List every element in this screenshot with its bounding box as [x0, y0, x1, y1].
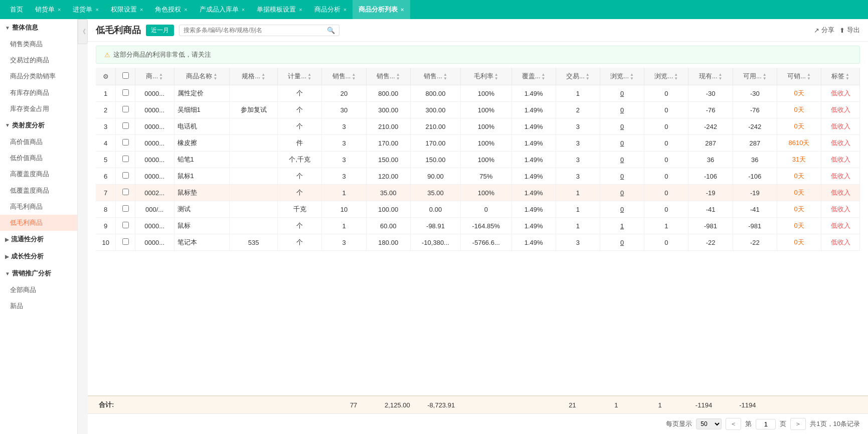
sort-icon[interactable]: ▲▼: [674, 73, 678, 81]
nav-item-单据模板设置[interactable]: 单据模板设置×: [251, 0, 308, 19]
row-transactions: 3: [556, 118, 600, 135]
sort-icon[interactable]: ▲▼: [807, 73, 811, 81]
row-views1[interactable]: 0: [600, 201, 644, 218]
sort-icon[interactable]: ▲▼: [630, 73, 634, 81]
filter-button[interactable]: 近一月: [146, 25, 174, 36]
sidebar-item-库存资金占用[interactable]: 库存资金占用: [0, 101, 77, 117]
footer-cell-4: [463, 401, 506, 409]
table-row: 10000...属性定价个20800.00800.00100%1.49%100-…: [96, 85, 860, 102]
sort-icon[interactable]: ▲▼: [719, 73, 723, 81]
sidebar-group-类射度分析[interactable]: ▼类射度分析: [0, 117, 77, 134]
nav-item-首页[interactable]: 首页: [4, 0, 29, 19]
search-icon[interactable]: 🔍: [327, 27, 335, 34]
row-checkbox[interactable]: [122, 205, 129, 212]
sidebar-group-营销推广分析[interactable]: ▼营销推广分析: [0, 265, 77, 282]
row-current-stock: -242: [688, 118, 733, 135]
col-header-gross_margin: 毛利率▲▼: [461, 68, 511, 85]
export-button[interactable]: ⬆ 导出: [839, 26, 860, 35]
nav-item-进货单[interactable]: 进货单×: [67, 0, 104, 19]
nav-close-icon[interactable]: ×: [184, 7, 187, 13]
sidebar-item-低毛利商品[interactable]: 低毛利商品: [0, 215, 77, 231]
nav-item-产成品入库单[interactable]: 产成品入库单×: [194, 0, 251, 19]
nav-close-icon[interactable]: ×: [140, 7, 143, 13]
row-checkbox[interactable]: [122, 189, 129, 195]
next-page-btn[interactable]: ＞: [790, 418, 806, 430]
sort-icon[interactable]: ▲▼: [159, 73, 163, 81]
col-header-sales_amount: 销售...▲▼: [410, 68, 460, 85]
nav-close-icon[interactable]: ×: [242, 7, 245, 13]
row-views1[interactable]: 0: [600, 168, 644, 185]
row-checkbox[interactable]: [122, 106, 129, 112]
nav-close-icon[interactable]: ×: [343, 7, 346, 13]
row-views1[interactable]: 0: [600, 185, 644, 201]
nav-close-icon[interactable]: ×: [58, 7, 61, 13]
sidebar-item-有库存的商品[interactable]: 有库存的商品: [0, 85, 77, 101]
row-checkbox: [116, 168, 135, 185]
row-checkbox[interactable]: [122, 238, 129, 245]
sort-icon[interactable]: ▲▼: [494, 73, 498, 81]
sort-icon[interactable]: ▲▼: [542, 73, 546, 81]
sidebar-group-流通性分析[interactable]: ▶流通性分析: [0, 231, 77, 248]
sidebar-item-全部商品[interactable]: 全部商品: [0, 282, 77, 298]
data-table: ⚙商...▲▼商品名称▲▼规格...▲▼计量...▲▼销售...▲▼销售...▲…: [96, 68, 860, 251]
nav-item-商品分析[interactable]: 商品分析×: [308, 0, 353, 19]
nav-item-权限设置[interactable]: 权限设置×: [105, 0, 149, 19]
nav-close-icon[interactable]: ×: [299, 7, 302, 13]
row-no: 3: [96, 118, 116, 135]
sort-icon[interactable]: ▲▼: [261, 73, 265, 81]
sidebar: ▼整体信息销售类商品交易过的商品商品分类助销率有库存的商品库存资金占用▼类射度分…: [0, 19, 78, 434]
sidebar-item-销售类商品[interactable]: 销售类商品: [0, 36, 77, 52]
nav-item-商品分析列表[interactable]: 商品分析列表×: [353, 0, 410, 19]
col-header-checkbox[interactable]: [116, 68, 135, 85]
share-button[interactable]: ↗ 分享: [814, 26, 834, 35]
row-checkbox[interactable]: [122, 89, 129, 96]
nav-item-角色授权[interactable]: 角色授权×: [149, 0, 193, 19]
sidebar-item-商品分类助销率[interactable]: 商品分类助销率: [0, 68, 77, 84]
sort-icon[interactable]: ▲▼: [307, 73, 311, 81]
sort-icon[interactable]: ▲▼: [213, 73, 217, 81]
nav-close-icon[interactable]: ×: [401, 7, 404, 13]
sidebar-item-低价值商品[interactable]: 低价值商品: [0, 150, 77, 166]
page-size-select[interactable]: 102050100: [696, 418, 722, 429]
sidebar-item-高价值商品[interactable]: 高价值商品: [0, 134, 77, 150]
row-views1[interactable]: 0: [600, 85, 644, 102]
sort-icon[interactable]: ▲▼: [443, 73, 447, 81]
row-views1[interactable]: 1: [600, 218, 644, 234]
collapse-btn[interactable]: 《: [78, 19, 88, 44]
row-views1[interactable]: 0: [600, 234, 644, 251]
sidebar-group-成长性分析[interactable]: ▶成长性分析: [0, 248, 77, 265]
sort-icon[interactable]: ▲▼: [845, 73, 849, 81]
nav-item-销货单[interactable]: 销货单×: [29, 0, 67, 19]
prev-page-btn[interactable]: ＜: [726, 418, 741, 430]
sort-icon[interactable]: ▲▼: [763, 73, 767, 81]
select-all-checkbox[interactable]: [122, 72, 129, 79]
nav-close-icon[interactable]: ×: [95, 7, 98, 13]
row-sellable: 0天: [777, 185, 821, 201]
sidebar-item-低覆盖度商品[interactable]: 低覆盖度商品: [0, 183, 77, 199]
row-checkbox[interactable]: [122, 172, 129, 179]
sidebar-item-交易过的商品[interactable]: 交易过的商品: [0, 52, 77, 68]
row-views2: 0: [644, 135, 688, 152]
sidebar-group-整体信息[interactable]: ▼整体信息: [0, 19, 77, 36]
sort-icon[interactable]: ▲▼: [352, 73, 356, 81]
row-views1[interactable]: 0: [600, 102, 644, 118]
search-input[interactable]: [184, 27, 327, 34]
row-checkbox[interactable]: [122, 139, 129, 146]
sidebar-item-高覆盖度商品[interactable]: 高覆盖度商品: [0, 166, 77, 182]
col-header-settings[interactable]: ⚙: [96, 68, 116, 85]
row-no: 2: [96, 102, 116, 118]
row-checkbox[interactable]: [122, 156, 129, 162]
row-checkbox[interactable]: [122, 122, 129, 129]
row-views1[interactable]: 0: [600, 152, 644, 168]
row-no: 1: [96, 85, 116, 102]
row-checkbox[interactable]: [122, 222, 129, 228]
row-views1[interactable]: 0: [600, 118, 644, 135]
row-views1[interactable]: 0: [600, 135, 644, 152]
sidebar-item-高毛利商品[interactable]: 高毛利商品: [0, 199, 77, 215]
row-checkbox: [116, 118, 135, 135]
row-coverage: 1.49%: [511, 185, 556, 201]
page-input[interactable]: [756, 419, 776, 429]
sort-icon[interactable]: ▲▼: [396, 73, 400, 81]
sort-icon[interactable]: ▲▼: [586, 73, 590, 81]
sidebar-item-新品[interactable]: 新品: [0, 298, 77, 314]
